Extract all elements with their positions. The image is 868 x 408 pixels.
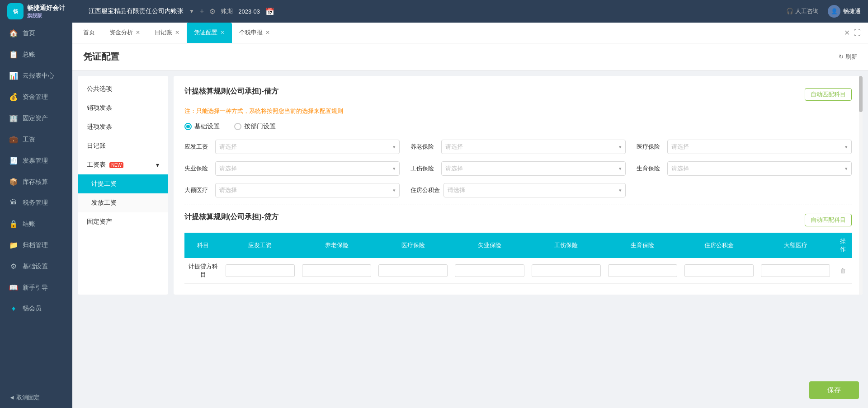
form-label-housing: 住房公积金 xyxy=(410,186,440,194)
input-yiliao[interactable] xyxy=(378,264,448,277)
radio-basic-circle xyxy=(184,123,192,130)
left-nav-salary-accrual[interactable]: 计提工资 xyxy=(78,174,168,193)
input-shiye[interactable] xyxy=(455,264,524,277)
delete-row-icon[interactable]: 🗑 xyxy=(840,267,846,274)
salary-icon: 💼 xyxy=(9,135,18,144)
sidebar-item-tax[interactable]: 🏛 税务管理 xyxy=(0,192,72,213)
sidebar-item-home[interactable]: 🏠 首页 xyxy=(0,23,72,44)
company-info: 江西服宝精品有限责任公司内账张 ▼ + ⚙ 账期 2023-03 📅 xyxy=(80,7,786,16)
tab-tax[interactable]: 个税申报 ✕ xyxy=(232,23,277,43)
sidebar-item-inventory[interactable]: 📦 库存核算 xyxy=(0,171,72,192)
form-item-yanglao: 养老保险 请选择 ▾ xyxy=(410,140,626,154)
left-nav: 公共选项 销项发票 进项发票 日记账 工资表 xyxy=(78,76,168,295)
tab-capital[interactable]: 资金分析 ✕ xyxy=(102,23,147,43)
settings-icon[interactable]: ⚙ xyxy=(209,7,216,16)
tab-bar-actions: ✕ ⛶ xyxy=(844,23,864,43)
tab-voucher[interactable]: 凭证配置 ✕ xyxy=(187,23,232,43)
form-select-shengyu[interactable]: 请选择 ▾ xyxy=(667,161,852,176)
left-nav-sales[interactable]: 销项发票 xyxy=(78,98,168,117)
company-name: 江西服宝精品有限责任公司内账张 xyxy=(89,7,184,15)
debit-auto-match-btn[interactable]: 自动匹配科目 xyxy=(805,88,852,101)
left-nav-fixed-assets[interactable]: 固定资产 xyxy=(78,212,168,231)
credit-auto-match-btn[interactable]: 自动匹配科目 xyxy=(805,214,852,226)
sidebar-item-invoice[interactable]: 🧾 发票管理 xyxy=(0,150,72,171)
left-nav-salary-table[interactable]: 工资表 NEW ▾ xyxy=(78,155,168,174)
logo-text-main: 畅捷通好会计 xyxy=(27,4,65,12)
form-select-dae[interactable]: 请选择 ▾ xyxy=(215,183,400,197)
period-label: 账期 xyxy=(221,7,233,15)
sidebar-item-fixed-assets[interactable]: 🏢 固定资产 xyxy=(0,108,72,129)
tab-diary[interactable]: 日记账 ✕ xyxy=(147,23,187,43)
tab-home[interactable]: 首页 xyxy=(76,23,102,43)
cell-action: 🗑 xyxy=(834,258,852,284)
user-avatar[interactable]: 👤 畅捷通 xyxy=(828,5,861,18)
radio-dept-label: 按部门设置 xyxy=(244,122,276,131)
form-select-gongshang[interactable]: 请选择 ▾ xyxy=(441,161,626,176)
input-dae[interactable] xyxy=(761,264,830,277)
form-select-yiliao[interactable]: 请选择 ▾ xyxy=(667,140,852,154)
calendar-icon[interactable]: 📅 xyxy=(265,7,274,16)
form-item-dae: 大额医疗 请选择 ▾ xyxy=(184,183,400,197)
maximize-icon[interactable]: ⛶ xyxy=(854,29,861,37)
radio-basic[interactable]: 基础设置 xyxy=(184,122,220,131)
form-select-yingfa[interactable]: 请选择 ▾ xyxy=(215,140,400,154)
tab-close-voucher[interactable]: ✕ xyxy=(220,29,225,36)
col-action: 操作 xyxy=(834,233,852,258)
left-nav-salary-pay[interactable]: 发放工资 xyxy=(78,193,168,212)
sidebar-item-member[interactable]: ♦ 畅会员 xyxy=(0,298,72,319)
form-select-shiye[interactable]: 请选择 ▾ xyxy=(215,161,400,176)
save-button[interactable]: 保存 xyxy=(809,381,859,399)
sidebar-item-close[interactable]: 🔒 结账 xyxy=(0,213,72,234)
company-dropdown-arrow[interactable]: ▼ xyxy=(189,8,194,14)
sidebar-item-capital[interactable]: 💰 资金管理 xyxy=(0,86,72,108)
form-select-housing[interactable]: 请选择 ▾ xyxy=(443,183,626,197)
fixed-assets-icon: 🏢 xyxy=(9,114,18,122)
sidebar-item-guide[interactable]: 📖 新手引导 xyxy=(0,277,72,298)
scrollbar-track[interactable] xyxy=(859,76,863,295)
help-btn[interactable]: 🎧 人工咨询 xyxy=(786,7,819,15)
select-arrow: ▾ xyxy=(393,166,396,172)
close-period-icon: 🔒 xyxy=(9,220,18,228)
capital-icon: 💰 xyxy=(9,93,18,101)
form-item-gongshang: 工伤保险 请选择 ▾ xyxy=(410,161,626,176)
cell-yanglao xyxy=(298,258,375,284)
cancel-fixed-btn[interactable]: ◄ 取消固定 xyxy=(0,387,72,408)
page-content: 凭证配置 ↻ 刷新 公共选项 销项发票 进项发票 xyxy=(72,43,868,408)
row-subject-label: 计提贷方科目 xyxy=(184,258,222,284)
save-btn-container: 保存 xyxy=(809,381,859,399)
select-arrow: ▾ xyxy=(619,144,622,150)
select-arrow: ▾ xyxy=(393,188,396,193)
sidebar-item-reports[interactable]: 📊 云报表中心 xyxy=(0,65,72,86)
two-col-layout: 公共选项 销项发票 进项发票 日记账 工资表 xyxy=(72,76,868,300)
left-nav-public[interactable]: 公共选项 xyxy=(78,80,168,98)
scrollbar-thumb[interactable] xyxy=(859,76,863,112)
radio-dept[interactable]: 按部门设置 xyxy=(234,122,276,131)
refresh-btn[interactable]: ↻ 刷新 xyxy=(839,53,857,61)
input-housing[interactable] xyxy=(684,264,754,277)
left-nav-diary[interactable]: 日记账 xyxy=(78,136,168,155)
credit-table: 科目 应发工资 养老保险 医疗保险 失业保险 工伤保险 生育保险 住房公积金 大… xyxy=(184,233,852,284)
sidebar-item-ledger[interactable]: 📋 总账 xyxy=(0,44,72,65)
top-bar: 畅 畅捷通好会计 旗舰版 江西服宝精品有限责任公司内账张 ▼ + ⚙ 账期 20… xyxy=(0,0,868,23)
sidebar: 🏠 首页 📋 总账 📊 云报表中心 💰 资金管理 🏢 固定资产 💼 工资 🧾 发… xyxy=(0,23,72,408)
close-tab-icon[interactable]: ✕ xyxy=(844,28,850,37)
tab-close-tax[interactable]: ✕ xyxy=(265,29,270,36)
tab-close-capital[interactable]: ✕ xyxy=(136,29,140,36)
ledger-icon: 📋 xyxy=(9,50,18,59)
input-yanglao[interactable] xyxy=(302,264,371,277)
sidebar-item-settings[interactable]: ⚙ 基础设置 xyxy=(0,256,72,277)
input-yingfa[interactable] xyxy=(226,264,295,277)
sidebar-item-archive[interactable]: 📁 归档管理 xyxy=(0,234,72,256)
col-housing: 住房公积金 xyxy=(681,233,757,258)
form-select-yanglao[interactable]: 请选择 ▾ xyxy=(441,140,626,154)
input-shengyu[interactable] xyxy=(608,264,677,277)
sidebar-item-salary[interactable]: 💼 工资 xyxy=(0,129,72,150)
left-nav-purchase[interactable]: 进项发票 xyxy=(78,117,168,136)
tab-close-diary[interactable]: ✕ xyxy=(175,29,179,36)
sidebar-item-label: 固定资产 xyxy=(23,114,48,122)
new-badge: NEW xyxy=(109,162,123,168)
col-yanglao: 养老保险 xyxy=(298,233,375,258)
gear-icon: ⚙ xyxy=(9,262,18,271)
add-company-btn[interactable]: + xyxy=(200,7,204,15)
input-gongshang[interactable] xyxy=(532,264,601,277)
